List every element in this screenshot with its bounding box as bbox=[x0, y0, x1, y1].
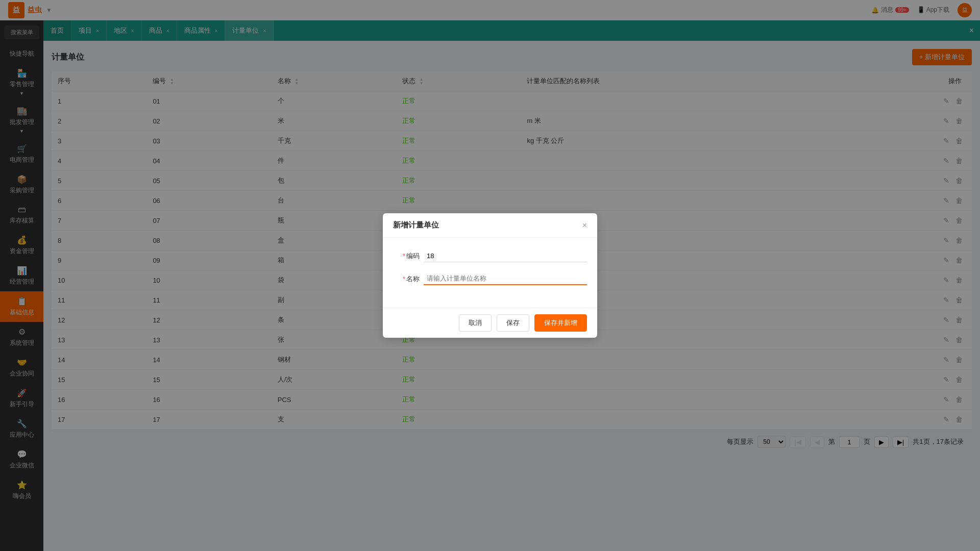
name-input[interactable] bbox=[424, 272, 587, 285]
form-row-name: *名称 bbox=[393, 272, 587, 285]
modal-title: 新增计量单位 bbox=[393, 220, 439, 230]
form-row-code: *编码 bbox=[393, 250, 587, 262]
code-input[interactable] bbox=[424, 250, 587, 262]
modal-footer: 取消 保存 保存并新增 bbox=[383, 308, 597, 338]
save-button[interactable]: 保存 bbox=[497, 314, 529, 332]
add-unit-modal: 新增计量单位 × *编码 *名称 取消 保存 保存并新增 bbox=[383, 213, 597, 338]
modal-overlay[interactable]: 新增计量单位 × *编码 *名称 取消 保存 保存并新增 bbox=[0, 0, 980, 551]
name-label: *名称 bbox=[393, 274, 424, 284]
save-and-new-button[interactable]: 保存并新增 bbox=[534, 314, 587, 332]
code-label: *编码 bbox=[393, 252, 424, 261]
modal-header: 新增计量单位 × bbox=[383, 213, 597, 238]
modal-body: *编码 *名称 bbox=[383, 238, 597, 308]
modal-close-button[interactable]: × bbox=[582, 221, 587, 230]
cancel-button[interactable]: 取消 bbox=[459, 314, 492, 332]
